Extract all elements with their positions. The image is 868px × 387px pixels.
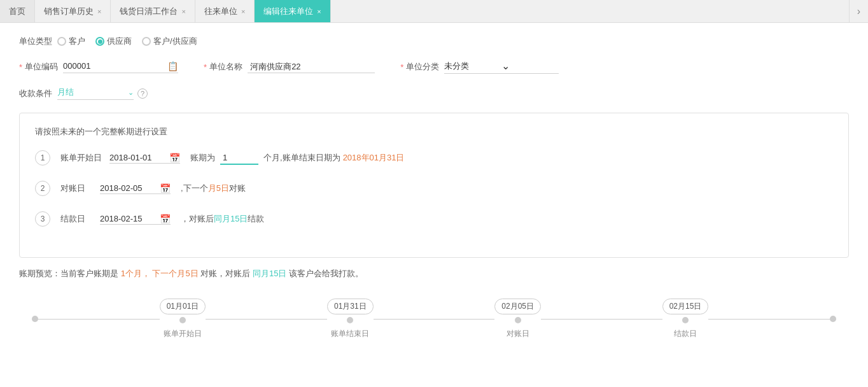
- tab-edit-partner-close[interactable]: ×: [317, 8, 321, 15]
- tab-overflow-chevron[interactable]: ›: [849, 0, 868, 22]
- reconcile-date-input-group: 📅: [100, 183, 171, 194]
- payment-date-label: 结款日: [60, 213, 92, 225]
- unit-classify-select[interactable]: 未分类 ⌄: [444, 60, 559, 74]
- timeline-stop-2: 01月31日 账单结束日: [327, 299, 374, 339]
- payment-date-input-group: 📅: [100, 214, 171, 225]
- period-suffix: 个月,账单结束日期为: [263, 152, 340, 164]
- unit-info-row: * 单位编码 📋 * 单位名称 * 单位分类 未分类 ⌄: [19, 60, 849, 74]
- unit-name-star: *: [204, 62, 207, 72]
- unit-type-row: 单位类型 客户 供应商 客户/供应商: [19, 36, 849, 47]
- timeline-dot-3: [515, 317, 521, 323]
- start-date-input-group: 📅: [109, 153, 180, 164]
- main-content: 单位类型 客户 供应商 客户/供应商 * 单位编码 📋: [0, 23, 868, 387]
- payment-date-row: 3 结款日 📅 ，对账后 同月15日 结款: [35, 211, 833, 227]
- unit-classify-star: *: [400, 62, 403, 72]
- payment-select[interactable]: 月结 ⌄: [57, 87, 134, 100]
- timeline-label-1: 账单开始日: [164, 328, 202, 339]
- tab-bar: 首页 销售订单历史 × 钱货日清工作台 × 往来单位 × 编辑往来单位 × ›: [0, 0, 868, 23]
- radio-customer-circle: [57, 37, 66, 46]
- timeline-dot-4: [682, 317, 689, 323]
- reconcile-desc-prefix: ,下一个: [181, 183, 208, 194]
- tab-partner-units[interactable]: 往来单位 ×: [195, 0, 255, 22]
- period-prefix: 账期为: [190, 152, 215, 164]
- start-date-input[interactable]: [109, 153, 167, 162]
- reconcile-date-highlight: 月5日: [208, 183, 229, 194]
- tab-partner-units-close[interactable]: ×: [241, 8, 245, 15]
- payment-label: 收款条件: [19, 88, 52, 99]
- end-date-highlight: 2018年01月31日: [343, 152, 405, 164]
- timeline-stop-4: 02月15日 结款日: [662, 299, 709, 339]
- tab-edit-partner[interactable]: 编辑往来单位 ×: [255, 0, 330, 22]
- timeline-seg-2: [374, 319, 495, 320]
- reconcile-date-label: 对账日: [60, 183, 92, 194]
- preview-part1: 1个月，: [121, 269, 150, 278]
- radio-both-label: 客户/供应商: [153, 36, 197, 47]
- timeline-badge-4: 02月15日: [662, 299, 709, 314]
- radio-supplier-circle: [95, 37, 104, 46]
- unit-classify-group: * 单位分类 未分类 ⌄: [400, 60, 559, 74]
- timeline-stop-1: 01月01日 账单开始日: [160, 299, 206, 339]
- reconcile-date-input[interactable]: [100, 183, 157, 193]
- payment-row: 收款条件 月结 ⌄ ?: [19, 87, 849, 100]
- tab-sales-history-close[interactable]: ×: [97, 8, 101, 15]
- classify-arrow-icon: ⌄: [501, 60, 559, 72]
- unit-code-star: *: [19, 62, 22, 72]
- payment-desc-suffix: 结款: [248, 213, 264, 225]
- unit-classify-value: 未分类: [444, 60, 501, 72]
- row-num-1: 1: [35, 150, 50, 165]
- payment-desc-prefix: ，对账后: [181, 213, 214, 225]
- reconcile-date-calendar-icon[interactable]: 📅: [160, 183, 171, 194]
- preview-part3: 对账，对账后: [200, 269, 250, 278]
- reconcile-date-row: 2 对账日 📅 ,下一个 月5日 对账: [35, 181, 833, 196]
- preview-part4: 同月15日: [253, 269, 286, 278]
- timeline-left-end-dot: [32, 316, 38, 322]
- radio-both[interactable]: 客户/供应商: [142, 36, 197, 47]
- unit-code-icon[interactable]: 📋: [167, 61, 178, 71]
- timeline-badge-row-1: 01月01日: [160, 299, 206, 314]
- preview-label: 账期预览：当前客户账期是: [19, 269, 118, 278]
- unit-type-radio-group: 客户 供应商 客户/供应商: [57, 36, 197, 47]
- timeline-badge-2: 01月31日: [327, 299, 374, 314]
- payment-date-input[interactable]: [100, 214, 157, 223]
- start-date-label: 账单开始日: [60, 152, 102, 164]
- timeline-seg-4: [708, 319, 830, 320]
- radio-customer[interactable]: 客户: [57, 36, 85, 47]
- unit-name-label: 单位名称: [209, 61, 242, 73]
- unit-name-input[interactable]: [248, 60, 375, 73]
- start-date-calendar-icon[interactable]: 📅: [169, 153, 180, 163]
- unit-name-group: * 单位名称: [204, 60, 375, 73]
- preview-section: 账期预览：当前客户账期是 1个月， 下一个月5日 对账，对账后 同月15日 该客…: [19, 268, 849, 279]
- period-input[interactable]: [220, 151, 258, 165]
- timeline-badge-1: 01月01日: [160, 299, 206, 314]
- preview-part2: 下一个月5日: [152, 269, 198, 278]
- radio-supplier[interactable]: 供应商: [95, 36, 132, 47]
- row-num-3: 3: [35, 211, 50, 227]
- payment-date-highlight: 同月15日: [214, 213, 248, 225]
- payment-arrow-icon: ⌄: [128, 88, 134, 97]
- payment-date-calendar-icon[interactable]: 📅: [160, 214, 171, 224]
- radio-customer-label: 客户: [69, 36, 85, 47]
- tab-home[interactable]: 首页: [0, 0, 35, 22]
- tab-cash-work-close[interactable]: ×: [181, 8, 185, 15]
- unit-classify-label: 单位分类: [406, 61, 439, 73]
- unit-code-group: * 单位编码 📋: [19, 61, 178, 73]
- payment-help-icon[interactable]: ?: [137, 88, 148, 99]
- timeline-label-2: 账单结束日: [331, 328, 369, 339]
- timeline-label-4: 结款日: [674, 328, 697, 339]
- radio-supplier-label: 供应商: [107, 36, 132, 47]
- timeline-seg-0: [38, 319, 160, 320]
- timeline-seg-3: [541, 319, 662, 320]
- timeline-row: 01月01日 账单开始日 01月31日 账单结束日 02月05日 对账日: [19, 299, 849, 339]
- tab-cash-work[interactable]: 钱货日清工作台 ×: [111, 0, 195, 22]
- timeline-dot-2: [347, 317, 353, 323]
- unit-code-input[interactable]: [63, 61, 165, 71]
- tab-sales-history[interactable]: 销售订单历史 ×: [35, 0, 111, 22]
- timeline-badge-3: 02月05日: [494, 299, 541, 314]
- start-date-row: 1 账单开始日 📅 账期为 个月,账单结束日期为 2018年01月31日: [35, 150, 833, 165]
- radio-both-circle: [142, 37, 151, 46]
- settings-card: 请按照未来的一个完整帐期进行设置 1 账单开始日 📅 账期为 个月,账单结束日期…: [19, 113, 849, 258]
- preview-part5: 该客户会给我打款。: [289, 269, 363, 278]
- timeline-label-3: 对账日: [507, 328, 529, 339]
- reconcile-desc-suffix: 对账: [229, 183, 246, 194]
- timeline-seg-1: [206, 319, 327, 320]
